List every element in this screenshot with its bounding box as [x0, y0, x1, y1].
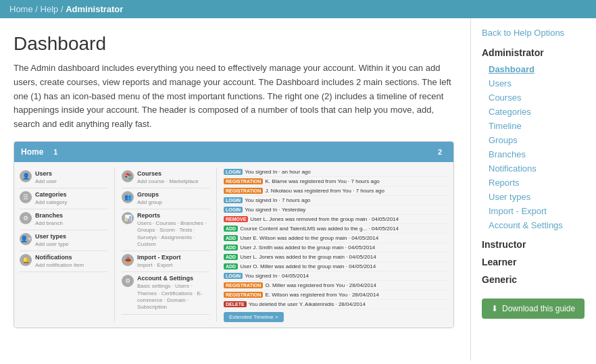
preview-item-icon: 👥: [122, 191, 134, 203]
timeline-item: REGISTRATIONJ. Nikolaou was registered f…: [224, 186, 448, 196]
sidebar-item-users[interactable]: Users: [482, 76, 585, 90]
timeline-text: Course Content and TalentLMS was added t…: [240, 226, 399, 232]
timeline-item: REGISTRATIONE. Wilson was registered fro…: [224, 290, 448, 300]
timeline-text: User O. Miller was added to the group ma…: [240, 263, 376, 269]
timeline-text: J. Nikolaou was registered from You · 7 …: [265, 188, 384, 194]
preview-item-text: User types Add user type: [35, 233, 68, 248]
timeline-tag: REGISTRATION: [224, 282, 263, 288]
preview-body: 👤 Users Add user ☰ Categories Add catego…: [14, 162, 453, 328]
preview-mid-item: 👥 Groups Add group: [122, 188, 209, 209]
preview-item-text: Courses Add course · Marketplace: [137, 170, 199, 185]
timeline-tag: REGISTRATION: [224, 292, 263, 298]
sidebar-item-import---export[interactable]: Import - Export: [482, 204, 585, 218]
preview-item-text: Notifications Add notification item: [35, 254, 84, 269]
preview-item-text: Groups Add group: [137, 191, 162, 206]
timeline-tag: ADD: [224, 254, 238, 260]
preview-left-item: ☰ Categories Add category: [20, 188, 107, 209]
timeline-text: You deleted the user Y. Aikaterinidis · …: [249, 301, 366, 307]
top-bar: Home / Help / Administrator: [0, 0, 596, 18]
timeline-tag: REGISTRATION: [224, 188, 263, 194]
timeline-item: ADDUser L. Jones was added to the group …: [224, 253, 448, 262]
breadcrumb-home[interactable]: Home: [9, 4, 33, 14]
sidebar-item-reports[interactable]: Reports: [482, 176, 585, 190]
timeline-text: E. Wilson was registered from You · 28/0…: [265, 292, 379, 298]
main-layout: Dashboard The Admin dashboard includes e…: [0, 18, 596, 361]
preview-item-icon: ⚙: [122, 275, 134, 287]
download-guide-button[interactable]: ⬇ Download this guide: [482, 298, 585, 319]
preview-mid-item: ⚙ Account & Settings Basic settings · Us…: [122, 272, 209, 314]
sidebar-item-categories[interactable]: Categories: [482, 105, 585, 119]
download-icon: ⬇: [491, 304, 498, 313]
timeline-item: LOGINYou signed In · an hour ago: [224, 167, 448, 177]
timeline-tag: DELETE: [224, 301, 247, 307]
breadcrumb-help[interactable]: Help: [41, 4, 59, 14]
preview-item-text: Reports Users · Courses · Branches · Gro…: [137, 212, 209, 248]
timeline-tag: ADD: [224, 263, 238, 269]
preview-item-icon: 📚: [122, 170, 134, 182]
preview-item-icon: 🔔: [20, 254, 32, 266]
timeline-item: REGISTRATIONK. Blame was registered from…: [224, 177, 448, 186]
sidebar-learner-title: Learner: [482, 257, 585, 267]
timeline-tag: ADD: [224, 244, 238, 251]
timeline-text: You signed In · 04/05/2014: [245, 273, 309, 279]
breadcrumb-current: Administrator: [66, 4, 123, 14]
sidebar-item-groups[interactable]: Groups: [482, 133, 585, 147]
sidebar-item-timeline[interactable]: Timeline: [482, 119, 585, 133]
back-to-help-link[interactable]: Back to Help Options: [482, 28, 585, 38]
timeline-item: ADDCourse Content and TalentLMS was adde…: [224, 224, 448, 234]
sidebar-generic-title: Generic: [482, 274, 585, 285]
preview-item-icon: ⚙: [20, 212, 32, 224]
timeline-text: User L. Jones was removed from the group…: [250, 216, 399, 222]
timeline-item: DELETEYou deleted the user Y. Aikaterini…: [224, 300, 448, 309]
timeline-item: ADDUser J. Smith was added to the group …: [224, 243, 448, 253]
timeline-text: User L. Jones was added to the group mai…: [240, 254, 376, 260]
preview-mid-col: 📚 Courses Add course · Marketplace 👥 Gro…: [122, 167, 209, 322]
preview-item-icon: 👤+: [20, 233, 32, 245]
col-divider-2: [216, 167, 217, 322]
timeline-item: LOGINYou signed In · 04/05/2014: [224, 271, 448, 281]
breadcrumb-sep1: /: [33, 4, 41, 14]
sidebar-item-dashboard[interactable]: Dashboard: [482, 62, 585, 76]
preview-badge-1: 1: [49, 145, 62, 159]
preview-mid-item: 📤 Import - Export Import · Export: [122, 251, 209, 272]
timeline-tag: REMOVE: [224, 216, 248, 222]
timeline-item: ADDUser E. Wilson was added to the group…: [224, 234, 448, 243]
timeline-tag: LOGIN: [224, 169, 243, 175]
preview-mid-item: 📊 Reports Users · Courses · Branches · G…: [122, 209, 209, 251]
page-description: The Admin dashboard includes everything …: [14, 61, 454, 132]
preview-item-icon: ☰: [20, 191, 32, 203]
sidebar-admin-section: Administrator DashboardUsersCoursesCateg…: [482, 47, 585, 232]
preview-mid-item: 📚 Courses Add course · Marketplace: [122, 167, 209, 188]
extended-timeline-button[interactable]: Extended Timeline >: [224, 312, 284, 322]
timeline-text: You signed In · an hour ago: [245, 169, 311, 175]
timeline-item: LOGINYou signed In · Yesterday: [224, 205, 448, 215]
timeline-text: User J. Smith was added to the group mai…: [240, 244, 375, 251]
sidebar-learner-section: Learner: [482, 257, 585, 267]
preview-item-text: Users Add user: [35, 170, 57, 185]
preview-item-text: Account & Settings Basic settings · User…: [137, 275, 209, 311]
timeline-item: REGISTRATIONO. Miller was registered fro…: [224, 281, 448, 290]
preview-item-text: Import - Export Import · Export: [137, 254, 181, 269]
sidebar-item-user-types[interactable]: User types: [482, 190, 585, 204]
sidebar-item-account--settings[interactable]: Account & Settings: [482, 218, 585, 232]
timeline-tag: REGISTRATION: [224, 178, 263, 184]
preview-item-icon: 👤: [20, 170, 32, 182]
sidebar-admin-title: Administrator: [482, 47, 585, 58]
sidebar-instructor-section: Instructor: [482, 239, 585, 250]
preview-header: Home 1 2: [14, 142, 453, 162]
timeline-tag: LOGIN: [224, 197, 243, 203]
preview-item-text: Categories Add category: [35, 191, 67, 206]
preview-item-icon: 📤: [122, 254, 134, 266]
timeline-text: You signed In · 7 hours ago: [245, 197, 310, 203]
timeline-tag: LOGIN: [224, 207, 243, 213]
sidebar-item-courses[interactable]: Courses: [482, 90, 585, 105]
download-btn-label: Download this guide: [502, 304, 575, 313]
sidebar-instructor-title: Instructor: [482, 239, 585, 250]
sidebar-item-branches[interactable]: Branches: [482, 147, 585, 161]
sidebar-generic-section: Generic: [482, 274, 585, 285]
timeline-item: REMOVEUser L. Jones was removed from the…: [224, 215, 448, 224]
preview-badge-2: 2: [433, 145, 447, 159]
sidebar-item-notifications[interactable]: Notifications: [482, 161, 585, 176]
preview-left-item: 👤+ User types Add user type: [20, 230, 107, 251]
admin-nav-items: DashboardUsersCoursesCategoriesTimelineG…: [482, 62, 585, 232]
